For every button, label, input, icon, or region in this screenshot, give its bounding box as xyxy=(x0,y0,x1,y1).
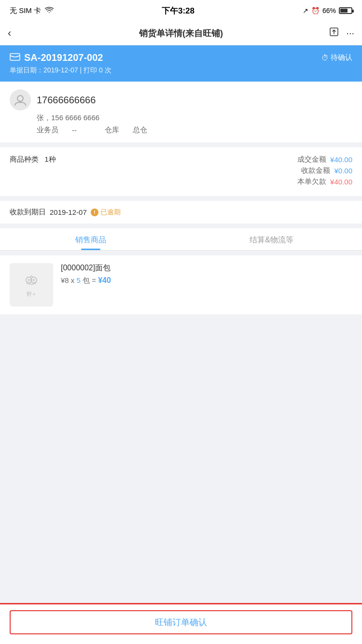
avatar xyxy=(10,89,31,111)
overdue-badge: ! 已逾期 xyxy=(91,208,121,217)
category-value: 1种 xyxy=(44,155,56,163)
salesperson-value: -- xyxy=(72,126,77,134)
summary-section: 商品种类 1种 成交金额 ¥40.00 收款金额 ¥0.00 本单欠款 ¥40.… xyxy=(0,147,362,196)
category-item: 商品种类 1种 xyxy=(10,155,181,164)
customer-meta: 业务员 -- 仓库 总仓 xyxy=(10,126,352,135)
duedate-value: 2019-12-07 xyxy=(50,208,87,216)
customer-phone: 17666666666 xyxy=(37,95,96,106)
order-id: SA-20191207-002 xyxy=(10,52,103,63)
status-right: ↗ ⏰ 66% xyxy=(303,7,352,14)
overdue-icon: ! xyxy=(91,209,98,216)
nav-actions: ··· xyxy=(329,27,354,40)
summary-left: 商品种类 1种 xyxy=(10,155,181,166)
status-bar: 无 SIM 卡 下午3:28 ↗ ⏰ 66% xyxy=(0,0,362,21)
tab-settlement-label: 结算&物流等 xyxy=(250,236,293,244)
product-thumbnail: 野+ xyxy=(10,263,53,307)
total-amount: ¥40 xyxy=(98,276,111,284)
warehouse-label: 仓库 xyxy=(105,126,119,135)
transaction-label: 成交金额 xyxy=(297,155,326,164)
equals-sign: = xyxy=(92,276,98,284)
alarm-icon: ⏰ xyxy=(311,7,320,14)
order-header: SA-20191207-002 ⏱ 待确认 单据日期：2019-12-07 | … xyxy=(0,45,362,82)
product-thumb-inner: 野+ xyxy=(20,272,43,298)
carrier-text: 无 SIM 卡 xyxy=(10,6,41,15)
product-section: 野+ [0000002]面包 ¥8 x 5 包 = ¥40 xyxy=(0,255,362,314)
debt-label: 本单欠款 xyxy=(297,177,326,186)
order-date: 单据日期：2019-12-07 | 打印 0 次 xyxy=(10,66,352,75)
debt-row: 本单欠款 ¥40.00 xyxy=(181,177,352,186)
tab-settlement[interactable]: 结算&物流等 xyxy=(181,228,362,250)
tabs-section: 销售商品 结算&物流等 xyxy=(0,228,362,251)
product-price: ¥8 x 5 包 = ¥40 xyxy=(61,276,352,285)
wifi-icon xyxy=(45,7,54,15)
status-time: 下午3:28 xyxy=(162,5,195,16)
location-icon: ↗ xyxy=(303,7,308,14)
confirm-bar: 旺铺订单确认 xyxy=(0,603,362,644)
back-button[interactable]: ‹ xyxy=(8,27,25,40)
customer-section: 17666666666 张，156 6666 6666 业务员 -- 仓库 总仓 xyxy=(0,82,362,142)
product-info: [0000002]面包 ¥8 x 5 包 = ¥40 xyxy=(61,263,352,285)
salesperson-label: 业务员 xyxy=(37,126,58,135)
debt-amount: ¥40.00 xyxy=(330,178,352,186)
multiply-sign: x xyxy=(71,276,77,284)
share-button[interactable] xyxy=(329,27,339,40)
warehouse-value: 总仓 xyxy=(133,126,147,135)
quantity: 5 xyxy=(77,276,81,284)
unit-price: ¥8 xyxy=(61,276,69,284)
tabs-row: 销售商品 结算&物流等 xyxy=(0,228,362,251)
transaction-row: 成交金额 ¥40.00 xyxy=(181,155,352,164)
back-icon: ‹ xyxy=(8,27,11,40)
summary-right: 成交金额 ¥40.00 收款金额 ¥0.00 本单欠款 ¥40.00 xyxy=(181,155,352,188)
duedate-section: 收款到期日 2019-12-07 ! 已逾期 xyxy=(0,201,362,224)
status-clock-icon: ⏱ xyxy=(321,54,329,62)
confirm-button-label: 旺铺订单确认 xyxy=(155,616,207,628)
unit: 包 xyxy=(83,276,90,284)
tab-products[interactable]: 销售商品 xyxy=(0,228,181,250)
customer-name: 张，156 6666 6666 xyxy=(10,113,352,123)
transaction-amount: ¥40.00 xyxy=(330,155,352,164)
more-button[interactable]: ··· xyxy=(346,28,354,39)
product-thumb-text: 野+ xyxy=(27,291,36,298)
nav-bar: ‹ 销货单详情(来自旺铺) ··· xyxy=(0,21,362,45)
tab-products-label: 销售商品 xyxy=(75,236,106,244)
svg-point-5 xyxy=(28,279,30,281)
order-icon xyxy=(10,52,20,63)
status-text: 待确认 xyxy=(331,53,352,62)
svg-point-6 xyxy=(33,279,35,281)
product-name: [0000002]面包 xyxy=(61,263,352,273)
category-label: 商品种类 xyxy=(10,155,39,163)
order-status: ⏱ 待确认 xyxy=(321,53,352,62)
status-left: 无 SIM 卡 xyxy=(10,6,54,15)
payment-amount: ¥0.00 xyxy=(334,167,352,175)
battery-icon xyxy=(339,7,352,14)
overdue-text: 已逾期 xyxy=(100,208,121,217)
duedate-label: 收款到期日 xyxy=(10,208,46,217)
confirm-button[interactable]: 旺铺订单确认 xyxy=(10,610,352,634)
payment-label: 收款金额 xyxy=(301,166,330,175)
order-id-text: SA-20191207-002 xyxy=(24,52,103,63)
svg-point-2 xyxy=(17,96,23,101)
battery-percent: 66% xyxy=(322,7,336,14)
page-title: 销货单详情(来自旺铺) xyxy=(139,28,223,39)
payment-row: 收款金额 ¥0.00 xyxy=(181,166,352,175)
